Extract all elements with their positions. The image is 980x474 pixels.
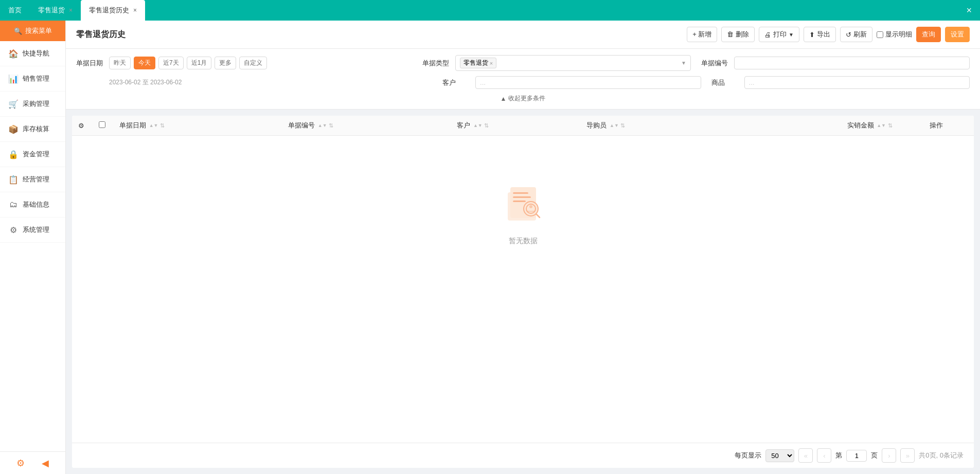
table-header-row: ⚙ 单据日期 ▲▼ 单据编号 — [72, 116, 974, 136]
doc-type-tag: 零售退货 × — [460, 58, 496, 68]
sidebar-settings-button[interactable]: ⚙ — [16, 458, 25, 469]
empty-state-row: 暂无数据 — [72, 136, 974, 287]
show-detail-checkbox[interactable] — [877, 31, 883, 38]
export-icon: ⬆ — [809, 31, 815, 39]
toolbar: + 新增 🗑 删除 🖨 🖨 打印 打印 ▼ ⬆ 导出 ↺ 刷新 — [687, 27, 970, 48]
window-close-button[interactable]: × — [966, 5, 980, 16]
select-all-checkbox[interactable] — [99, 121, 105, 128]
page-size-select[interactable]: 20 50 100 200 — [765, 449, 794, 462]
export-button[interactable]: ⬆ 导出 — [804, 27, 836, 42]
product-placeholder: ... — [749, 79, 755, 86]
show-detail-label: 显示明细 — [885, 30, 912, 39]
sidebar-item-quick-nav[interactable]: 🏠 快捷导航 — [0, 41, 65, 66]
svg-point-8 — [529, 205, 532, 208]
sidebar-item-basic[interactable]: 🗂 基础信息 — [0, 192, 65, 217]
tab-retail-return[interactable]: 零售退货 × — [30, 0, 81, 21]
th-doc-date-label: 单据日期 — [119, 121, 146, 129]
product-input[interactable]: ... — [744, 76, 970, 89]
date-yesterday-btn[interactable]: 昨天 — [109, 57, 131, 69]
doc-type-tag-close[interactable]: × — [490, 60, 493, 66]
system-icon: ⚙ — [8, 225, 19, 235]
svg-rect-3 — [513, 196, 531, 198]
th-doc-date[interactable]: 单据日期 ▲▼ — [113, 116, 282, 136]
svg-rect-4 — [513, 200, 526, 202]
tab-retail-return-close[interactable]: × — [69, 7, 73, 14]
doc-type-label: 单据类型 — [422, 59, 451, 68]
sidebar-search[interactable]: 🔍 搜索菜单 — [0, 21, 65, 41]
sidebar-item-finance[interactable]: 🔒 资金管理 — [0, 142, 65, 167]
refresh-button[interactable]: ↺ 刷新 — [840, 27, 872, 42]
tab-retail-return-label: 零售退货 — [38, 6, 65, 15]
tab-retail-return-history-close[interactable]: × — [133, 7, 137, 14]
tab-retail-return-history-label: 零售退货历史 — [89, 6, 129, 15]
th-amount-label: 实销金额 — [847, 121, 874, 129]
purchase-icon: 🛒 — [8, 99, 19, 109]
tab-retail-return-history[interactable]: 零售退货历史 × — [81, 0, 145, 21]
collapse-button[interactable]: ▲ 收起更多条件 — [501, 94, 546, 103]
filter-row-1: 单据日期 昨天 今天 近7天 近1月 更多 自定义 单据类型 — [76, 55, 970, 71]
doc-number-filter-item: 单据编号 — [701, 57, 970, 69]
empty-state: 暂无数据 — [72, 136, 974, 287]
sidebar-item-operation[interactable]: 📋 经营管理 — [0, 167, 65, 192]
svg-rect-2 — [513, 192, 528, 194]
date-filter-label: 单据日期 — [76, 59, 105, 68]
filter-row-2: 2023-06-02 至 2023-06-02 客户 ... 商品 ... — [76, 76, 970, 89]
last-page-button[interactable]: » — [900, 448, 915, 463]
prev-page-button[interactable]: ‹ — [817, 448, 831, 463]
query-button[interactable]: 查询 — [916, 27, 941, 42]
first-page-button[interactable]: « — [798, 448, 813, 463]
sidebar-item-system-label: 系统管理 — [23, 225, 49, 234]
sidebar: 🔍 搜索菜单 🏠 快捷导航 📊 销售管理 🛒 采购管理 📦 库存核算 🔒 — [0, 21, 66, 474]
customer-label: 客户 — [442, 78, 471, 87]
inventory-icon: 📦 — [8, 124, 19, 134]
page-size-label: 每页显示 — [735, 451, 761, 460]
doc-type-filter-item: 单据类型 零售退货 × ▼ — [422, 55, 691, 71]
tab-home-label: 首页 — [8, 6, 22, 15]
customer-input[interactable]: ... — [475, 76, 701, 89]
sidebar-item-operation-label: 经营管理 — [23, 175, 49, 184]
date-more-btn[interactable]: 更多 — [215, 57, 236, 69]
date-custom-btn[interactable]: 自定义 — [239, 57, 267, 69]
content-card: ⚙ 单据日期 ▲▼ 单据编号 — [72, 116, 974, 468]
print-dropdown-icon: ▼ — [789, 32, 794, 38]
filter-area: 单据日期 昨天 今天 近7天 近1月 更多 自定义 单据类型 — [66, 49, 980, 110]
sidebar-item-system[interactable]: ⚙ 系统管理 — [0, 217, 65, 243]
doc-type-dropdown-icon: ▼ — [681, 60, 686, 66]
sidebar-item-inventory[interactable]: 📦 库存核算 — [0, 117, 65, 142]
th-settings[interactable]: ⚙ — [72, 116, 93, 136]
th-doc-number[interactable]: 单据编号 ▲▼ — [282, 116, 451, 136]
tab-home[interactable]: 首页 — [0, 0, 30, 21]
finance-icon: 🔒 — [8, 149, 19, 159]
th-guide[interactable]: 导购员 ▲▼ — [580, 116, 729, 136]
print-icon: 🖨 — [764, 31, 771, 39]
th-customer[interactable]: 客户 ▲▼ — [451, 116, 580, 136]
doc-type-tag-text: 零售退货 — [464, 59, 488, 67]
home-icon: 🏠 — [8, 48, 19, 59]
new-button[interactable]: + 新增 — [687, 27, 717, 42]
print-button[interactable]: 🖨 🖨 打印 打印 ▼ — [759, 27, 799, 42]
settings-button[interactable]: 设置 — [945, 27, 970, 42]
page-header: 零售退货历史 + 新增 🗑 删除 🖨 🖨 打印 打印 ▼ ⬆ 导出 ↺ 刷新 — [66, 21, 980, 49]
delete-button[interactable]: 🗑 删除 — [721, 27, 755, 42]
date-last7-btn[interactable]: 近7天 — [158, 57, 184, 69]
sidebar-item-purchase[interactable]: 🛒 采购管理 — [0, 92, 65, 117]
table-container[interactable]: ⚙ 单据日期 ▲▼ 单据编号 — [72, 116, 974, 443]
doc-number-label: 单据编号 — [701, 59, 730, 68]
pagination-bar: 每页显示 20 50 100 200 « ‹ 第 页 › » 共0页, 0条记录 — [72, 443, 974, 468]
doc-number-input[interactable] — [734, 57, 970, 69]
next-page-button[interactable]: › — [882, 448, 896, 463]
empty-illustration — [497, 177, 549, 228]
doc-type-select[interactable]: 零售退货 × ▼ — [455, 55, 691, 71]
page-suffix: 页 — [871, 451, 878, 460]
th-checkbox[interactable] — [93, 116, 113, 136]
th-amount[interactable]: 实销金额 ▲▼ — [729, 116, 898, 136]
customer-sort-icon: ▲▼ — [473, 123, 483, 128]
th-doc-number-label: 单据编号 — [288, 121, 315, 129]
sidebar-collapse-button[interactable]: ◀ — [42, 458, 49, 469]
show-detail-checkbox-label[interactable]: 显示明细 — [877, 30, 912, 39]
date-today-btn[interactable]: 今天 — [134, 57, 155, 69]
sidebar-item-sales[interactable]: 📊 销售管理 — [0, 66, 65, 92]
content-inner: ⚙ 单据日期 ▲▼ 单据编号 — [66, 110, 980, 474]
date-last-month-btn[interactable]: 近1月 — [187, 57, 212, 69]
page-number-input[interactable] — [846, 450, 867, 462]
